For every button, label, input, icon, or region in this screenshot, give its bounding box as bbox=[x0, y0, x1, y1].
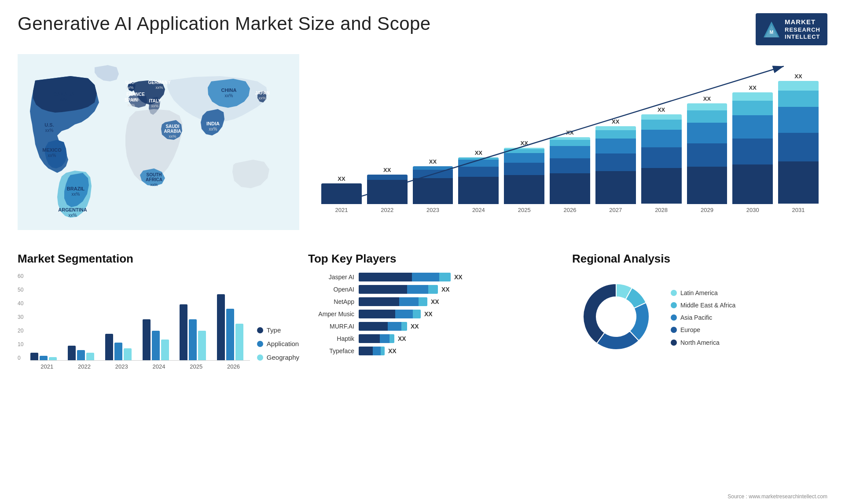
legend-dot-type bbox=[257, 327, 263, 333]
player-bar-segment bbox=[381, 347, 385, 355]
bar-group: XX2027 bbox=[595, 118, 636, 213]
svg-text:GERMANY: GERMANY bbox=[148, 80, 170, 85]
seg-bar-group bbox=[105, 334, 138, 360]
bar-year-label: 2025 bbox=[518, 207, 531, 213]
bar-segment bbox=[687, 143, 727, 167]
bar-segment bbox=[732, 115, 773, 139]
player-row: Amper MusicXX bbox=[308, 310, 563, 318]
legend-dot-application bbox=[257, 341, 263, 347]
bar-top-label: XX bbox=[475, 150, 482, 156]
logo-text: MARKET RESEARCH INTELLECT bbox=[785, 18, 820, 41]
y-axis-label: 60 bbox=[18, 273, 23, 279]
bar-segment bbox=[595, 126, 636, 130]
seg-bar-application bbox=[226, 309, 234, 360]
bar-segment bbox=[595, 153, 636, 171]
bar-year-label: 2027 bbox=[609, 207, 622, 213]
svg-text:M: M bbox=[770, 30, 773, 35]
player-name: Haptik bbox=[308, 335, 354, 342]
bar-segment bbox=[732, 92, 773, 101]
player-bar bbox=[359, 285, 438, 294]
bar-segment bbox=[732, 101, 773, 115]
player-bar-segment bbox=[395, 310, 413, 318]
svg-text:xx%: xx% bbox=[60, 97, 68, 102]
bar-top-label: XX bbox=[749, 84, 757, 91]
bar-segment bbox=[550, 158, 590, 173]
player-bar-segment bbox=[401, 322, 407, 331]
bar-segment bbox=[778, 161, 819, 204]
svg-text:CHINA: CHINA bbox=[221, 88, 237, 93]
seg-bar-type bbox=[180, 304, 187, 360]
player-bar-segment bbox=[388, 322, 401, 331]
player-bar bbox=[359, 347, 385, 355]
seg-bar-geography bbox=[235, 324, 243, 360]
svg-text:BRAZIL: BRAZIL bbox=[67, 186, 85, 191]
svg-text:xx%: xx% bbox=[72, 192, 80, 197]
bar-group: XX2024 bbox=[458, 150, 499, 213]
player-bar-segment bbox=[359, 297, 399, 306]
regional-section: Regional Analysis Latin America Middle E… bbox=[572, 252, 827, 370]
page-title: Generative AI Application Market Size an… bbox=[18, 13, 431, 34]
bar-segment bbox=[321, 183, 362, 204]
bar-segment bbox=[413, 178, 453, 204]
legend-dot-mea bbox=[671, 302, 677, 308]
svg-text:MEXICO: MEXICO bbox=[42, 147, 62, 153]
seg-bar-geography bbox=[161, 340, 169, 360]
legend-asia-pacific: Asia Pacific bbox=[671, 314, 735, 321]
player-value: XX bbox=[431, 298, 439, 305]
bar-segment bbox=[458, 160, 499, 167]
bar-year-label: 2030 bbox=[746, 207, 759, 213]
bar-top-label: XX bbox=[794, 73, 802, 80]
bar-group: XX2021 bbox=[321, 175, 362, 213]
seg-bar-group bbox=[217, 294, 250, 360]
regional-title: Regional Analysis bbox=[572, 252, 827, 266]
bar-group: XX2022 bbox=[367, 167, 408, 213]
bar-stack bbox=[550, 137, 590, 204]
player-bar-segment bbox=[399, 297, 419, 306]
svg-text:U.S.: U.S. bbox=[44, 122, 54, 128]
bar-segment bbox=[550, 140, 590, 146]
seg-bar-geography bbox=[124, 348, 132, 360]
player-bar-segment bbox=[419, 297, 427, 306]
regional-legend: Latin America Middle East & Africa Asia … bbox=[671, 289, 735, 347]
svg-text:FRANCE: FRANCE bbox=[126, 92, 145, 97]
svg-text:INDIA: INDIA bbox=[206, 121, 220, 126]
bar-stack bbox=[641, 114, 682, 204]
bar-top-label: XX bbox=[566, 129, 573, 136]
bar-segment bbox=[641, 130, 682, 147]
seg-bar-application bbox=[77, 350, 85, 360]
legend-geography: Geography bbox=[257, 354, 299, 361]
bar-year-label: 2024 bbox=[472, 207, 485, 213]
bar-segment bbox=[687, 167, 727, 204]
svg-text:ITALY: ITALY bbox=[149, 99, 161, 103]
svg-text:ARGENTINA: ARGENTINA bbox=[58, 207, 87, 212]
bar-group: XX2030 bbox=[732, 84, 773, 213]
seg-year-label: 2021 bbox=[30, 363, 63, 370]
legend-dot-apac bbox=[671, 314, 677, 321]
bar-segment bbox=[641, 120, 682, 130]
bar-segment bbox=[550, 146, 590, 158]
bar-segment bbox=[595, 130, 636, 139]
bar-stack bbox=[321, 183, 362, 204]
player-row: OpenAIXX bbox=[308, 285, 563, 294]
seg-bar-type bbox=[217, 294, 225, 360]
bar-group: XX2029 bbox=[687, 95, 727, 213]
player-bar-wrapper: XX bbox=[359, 285, 563, 294]
bar-segment bbox=[778, 133, 819, 161]
seg-bar-application bbox=[189, 319, 197, 360]
bar-segment bbox=[687, 110, 727, 123]
bar-segment bbox=[504, 153, 544, 163]
bar-segment bbox=[413, 166, 453, 170]
seg-bar-application bbox=[114, 343, 122, 360]
bar-segment bbox=[778, 91, 819, 107]
seg-year-label: 2022 bbox=[68, 363, 101, 370]
bar-stack bbox=[732, 92, 773, 204]
bar-segment bbox=[595, 171, 636, 204]
seg-bar-group bbox=[68, 346, 101, 360]
seg-bar-application bbox=[152, 331, 160, 360]
bar-group: XX2026 bbox=[550, 129, 590, 213]
legend-europe: Europe bbox=[671, 326, 735, 334]
bar-top-label: XX bbox=[383, 167, 391, 173]
svg-text:xx%: xx% bbox=[225, 93, 233, 98]
bar-top-label: XX bbox=[612, 118, 619, 125]
player-bar-wrapper: XX bbox=[359, 334, 563, 343]
